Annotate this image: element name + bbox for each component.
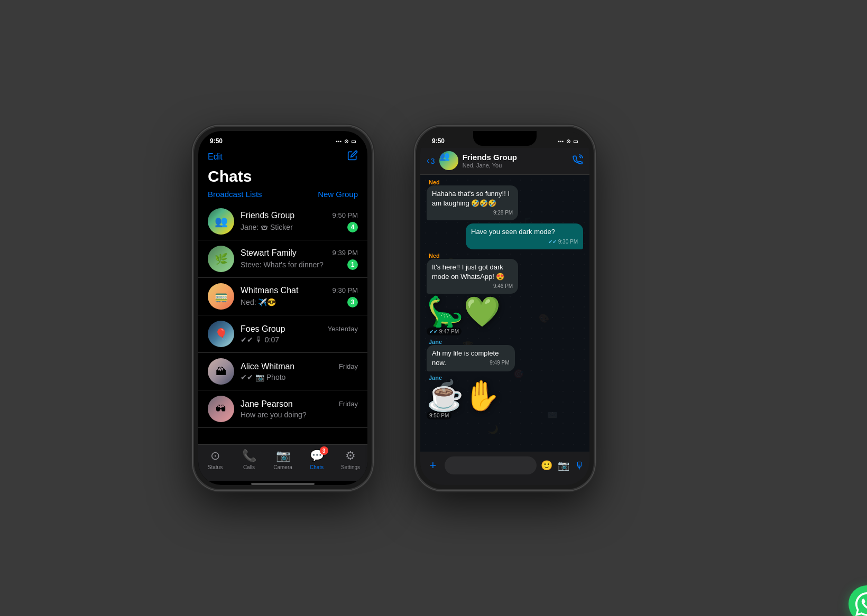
message-bubble: Hahaha that's so funny!! I am laughing 🤣… bbox=[427, 185, 518, 220]
mic-button[interactable]: 🎙 bbox=[575, 460, 584, 471]
chat-name-row: Alice Whitman Friday bbox=[241, 362, 358, 371]
sticker-button[interactable]: 🙂 bbox=[541, 460, 552, 471]
chat-name: Foes Group bbox=[241, 324, 285, 334]
plus-button[interactable]: + bbox=[426, 459, 440, 472]
chat-info: Jane Pearson Friday How are you doing? bbox=[241, 399, 358, 419]
tab-item-chats[interactable]: 💬 3 Chats bbox=[300, 449, 334, 470]
tab-label-chats: Chats bbox=[310, 464, 324, 470]
unread-badge: 3 bbox=[347, 297, 358, 307]
message-time: 9:49 PM bbox=[490, 359, 509, 367]
status-bar-2: 9:50 ▪▪▪ ⊙ ▭ bbox=[420, 131, 589, 148]
chat-preview-row: Jane: 🎟 Sticker 4 bbox=[241, 222, 358, 232]
message-text: Ah my life is complete now. bbox=[432, 349, 499, 367]
sticker-row: 🦕💚 ✔✔ 9:47 PM bbox=[427, 297, 583, 335]
message-time: 9:28 PM bbox=[493, 209, 513, 217]
message-bubble: It's here!! I just got dark mode on What… bbox=[427, 259, 518, 294]
message-text: Have you seen dark mode? bbox=[471, 228, 555, 236]
message-input[interactable] bbox=[445, 456, 537, 474]
chat-item[interactable]: 👥 Friends Group 9:50 PM Jane: 🎟 Sticker … bbox=[198, 203, 367, 240]
chat-list: 👥 Friends Group 9:50 PM Jane: 🎟 Sticker … bbox=[198, 203, 367, 444]
tab-item-status[interactable]: ⊙ Status bbox=[198, 449, 232, 470]
home-indicator bbox=[251, 483, 315, 485]
status-bar-1: 9:50 ▪▪▪ ⊙ ▭ bbox=[198, 131, 367, 148]
camera-button[interactable]: 📷 bbox=[558, 460, 569, 471]
avatar-pic: 🎈 bbox=[208, 321, 234, 347]
signal-icon: ▪▪▪ bbox=[336, 138, 342, 144]
chats-actions: Edit bbox=[208, 150, 358, 163]
scene: 9:50 ▪▪▪ ⊙ ▭ Edit bbox=[193, 126, 674, 490]
status-icons-1: ▪▪▪ ⊙ ▭ bbox=[336, 138, 356, 144]
tab-item-camera[interactable]: 📷 Camera bbox=[266, 449, 300, 470]
sender-name: Jane bbox=[427, 339, 544, 345]
chat-preview-row: Ned: ✈️😎 3 bbox=[241, 297, 358, 307]
chat-name-row: Foes Group Yesterday bbox=[241, 324, 358, 334]
chat-name-row: Jane Pearson Friday bbox=[241, 399, 358, 409]
chat-time: Yesterday bbox=[328, 325, 358, 333]
chat-preview-row: ✔✔ 🎙 0:07 bbox=[241, 335, 358, 344]
chat-item[interactable]: 🚃 Whitmans Chat 9:30 PM Ned: ✈️😎 3 bbox=[198, 278, 367, 315]
tab-icon-wrap: ⚙ bbox=[345, 449, 356, 463]
tab-label-settings: Settings bbox=[341, 464, 360, 470]
compose-button[interactable] bbox=[347, 150, 358, 163]
chat-screen: 9:50 ▪▪▪ ⊙ ▭ ‹ 3 👥 bbox=[420, 131, 589, 485]
message-row: Jane Ah my life is complete now. 9:49 PM bbox=[427, 339, 583, 371]
group-info: Friends Group Ned, Jane, You bbox=[463, 153, 568, 169]
chat-item[interactable]: 🌿 Stewart Family 9:39 PM Steve: What's f… bbox=[198, 240, 367, 278]
tick-icon: ✔✔ bbox=[429, 329, 438, 334]
phone-2: 9:50 ▪▪▪ ⊙ ▭ ‹ 3 👥 bbox=[415, 126, 595, 490]
phone-1: 9:50 ▪▪▪ ⊙ ▭ Edit bbox=[193, 126, 373, 490]
sender-name: Ned bbox=[427, 253, 549, 259]
chat-name: Friends Group bbox=[241, 211, 294, 220]
sticker-time: 9:50 PM bbox=[427, 412, 451, 419]
chat-info: Whitmans Chat 9:30 PM Ned: ✈️😎 3 bbox=[241, 286, 358, 307]
tab-label-camera: Camera bbox=[273, 464, 292, 470]
input-actions: 🙂 📷 🎙 bbox=[541, 460, 584, 471]
chat-time: Friday bbox=[339, 362, 358, 370]
chat-name: Stewart Family bbox=[241, 248, 297, 258]
chat-item[interactable]: 🏔 Alice Whitman Friday ✔✔ 📷 Photo bbox=[198, 353, 367, 390]
chat-name-row: Whitmans Chat 9:30 PM bbox=[241, 286, 358, 295]
call-button[interactable] bbox=[573, 154, 583, 167]
back-button[interactable]: ‹ 3 bbox=[427, 156, 435, 165]
chat-preview-row: ✔✔ 📷 Photo bbox=[241, 373, 358, 381]
tab-item-settings[interactable]: ⚙ Settings bbox=[334, 449, 367, 470]
battery-icon-2: ▭ bbox=[573, 138, 578, 144]
chats-subactions: Broadcast Lists New Group bbox=[208, 190, 358, 199]
group-avatar: 👥 bbox=[439, 151, 458, 170]
edit-button[interactable]: Edit bbox=[208, 152, 223, 162]
new-group-link[interactable]: New Group bbox=[318, 190, 358, 199]
back-chevron-icon: ‹ bbox=[427, 156, 429, 165]
chat-item[interactable]: 🕶 Jane Pearson Friday How are you doing? bbox=[198, 390, 367, 428]
message-bubble: Ah my life is complete now. 9:49 PM bbox=[427, 345, 515, 371]
unread-badge: 1 bbox=[347, 259, 358, 270]
tick-icon: ✔✔ bbox=[548, 239, 557, 245]
group-name: Friends Group bbox=[463, 153, 568, 162]
chat-info: Foes Group Yesterday ✔✔ 🎙 0:07 bbox=[241, 324, 358, 344]
chat-time: Friday bbox=[339, 400, 358, 408]
chat-preview-row: Steve: What's for dinner? 1 bbox=[241, 259, 358, 270]
chat-info: Alice Whitman Friday ✔✔ 📷 Photo bbox=[241, 362, 358, 381]
tab-label-calls: Calls bbox=[243, 464, 255, 470]
message-time: ✔✔ 9:30 PM bbox=[548, 238, 578, 246]
wa-circle bbox=[848, 585, 867, 616]
chats-title: Chats bbox=[208, 167, 358, 185]
tab-bar: ⊙ Status 📞 Calls 📷 Camera 💬 3 Chats ⚙ Se… bbox=[198, 444, 367, 481]
wifi-icon-2: ⊙ bbox=[566, 138, 570, 144]
chat-item[interactable]: 🎈 Foes Group Yesterday ✔✔ 🎙 0:07 bbox=[198, 315, 367, 353]
chat-time: 9:50 PM bbox=[333, 211, 358, 219]
tab-icon-settings: ⚙ bbox=[345, 449, 356, 462]
sticker-container: ☕✋ 9:50 PM bbox=[427, 381, 501, 419]
chat-info: Friends Group 9:50 PM Jane: 🎟 Sticker 4 bbox=[241, 211, 358, 232]
chat-name: Alice Whitman bbox=[241, 362, 294, 371]
avatar-pic: 🚃 bbox=[208, 283, 234, 310]
broadcast-lists-link[interactable]: Broadcast Lists bbox=[208, 190, 262, 199]
whatsapp-logo bbox=[848, 585, 867, 616]
sticker-time: ✔✔ 9:47 PM bbox=[427, 328, 462, 335]
message-bubble: Have you seen dark mode? ✔✔ 9:30 PM bbox=[466, 223, 583, 249]
tab-item-calls[interactable]: 📞 Calls bbox=[232, 449, 266, 470]
battery-icon: ▭ bbox=[351, 138, 356, 144]
tab-icon-status: ⊙ bbox=[210, 449, 220, 462]
avatar-pic: 🏔 bbox=[208, 358, 234, 385]
tab-icon-wrap: 💬 3 bbox=[310, 449, 324, 463]
chat-preview: ✔✔ 📷 Photo bbox=[241, 373, 358, 381]
